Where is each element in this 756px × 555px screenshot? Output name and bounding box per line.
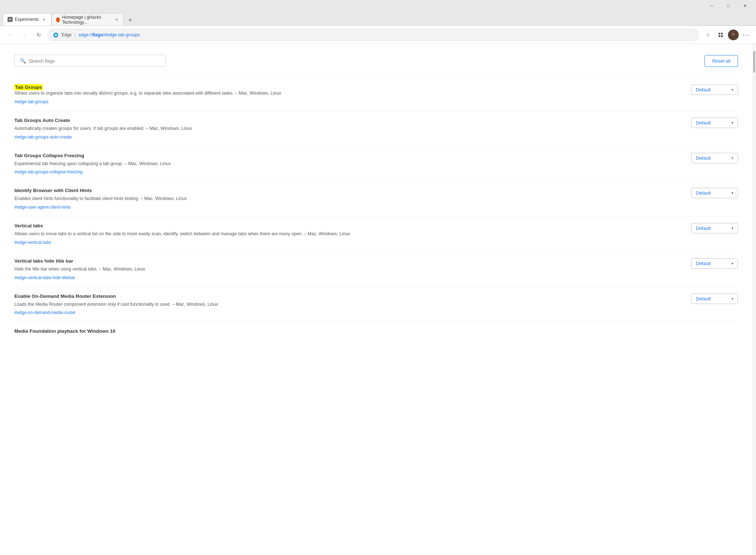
flag-link-tab-groups-collapse-freezing[interactable]: #edge-tab-groups-collapse-freezing (14, 169, 82, 174)
flag-info-partial: Media Foundation playback for Windows 10 (14, 328, 738, 336)
tab-ghacks-close[interactable]: ✕ (114, 17, 118, 23)
flag-item-tab-groups-auto-create: Tab Groups Auto Create Automatically cre… (14, 111, 738, 146)
chevron-down-icon-identify-browser-client-hints: ▾ (732, 191, 733, 195)
tab-experiments-close[interactable]: ✕ (41, 17, 47, 22)
flag-info-tab-groups-collapse-freezing: Tab Groups Collapse Freezing Experimenta… (14, 153, 677, 175)
flag-value-vertical-tabs-hide-titlebar: Default (696, 261, 711, 266)
flag-name-on-demand-media-router: Enable On-Demand Media Router Extension (14, 294, 677, 299)
flag-desc-on-demand-media-router: Loads the Media Router component extensi… (14, 301, 677, 308)
flag-info-tab-groups: Tab Groups Allows users to organize tabs… (14, 85, 677, 104)
flag-name-partial: Media Foundation playback for Windows 10 (14, 328, 738, 334)
flag-item-tab-groups-collapse-freezing: Tab Groups Collapse Freezing Experimenta… (14, 146, 738, 181)
flag-select-on-demand-media-router[interactable]: Default ▾ (691, 294, 738, 304)
favorites-button[interactable]: ☆ (702, 29, 714, 41)
collections-icon (718, 32, 724, 38)
flag-value-on-demand-media-router: Default (696, 296, 711, 301)
svg-rect-1 (719, 33, 720, 35)
addressbar: ← → ↻ Edge | edge://flags/#edge-tab-grou… (0, 26, 756, 44)
flag-link-vertical-tabs[interactable]: #edge-vertical-tabs (14, 240, 51, 245)
titlebar: ─ □ ✕ (0, 0, 756, 12)
flag-value-tab-groups-auto-create: Default (696, 120, 711, 126)
flag-control-tab-groups-auto-create: Default ▾ (691, 118, 738, 128)
tab-ghacks[interactable]: Homepage | gHacks Technology... ✕ (51, 13, 123, 26)
chevron-down-icon-tab-groups-collapse-freezing: ▾ (732, 156, 733, 160)
main-content: 🔍 Reset all Tab Groups Allows users to o… (0, 44, 752, 555)
flag-control-identify-browser-client-hints: Default ▾ (691, 188, 738, 198)
ghacks-favicon (56, 17, 60, 22)
forward-icon: → (22, 32, 27, 38)
tab-experiments[interactable]: Experiments ✕ (3, 13, 51, 26)
chevron-down-icon-vertical-tabs: ▾ (732, 226, 733, 230)
flag-link-tab-groups-auto-create[interactable]: #edge-tab-groups-auto-create (14, 135, 72, 140)
collections-button[interactable] (715, 29, 726, 41)
address-separator: | (75, 32, 76, 37)
flag-desc-tab-groups-auto-create: Automatically creates groups for users, … (14, 125, 677, 132)
scrollbar-thumb[interactable] (753, 51, 755, 73)
search-area: 🔍 Reset all (14, 55, 738, 67)
browser-content: 🔍 Reset all Tab Groups Allows users to o… (0, 44, 756, 555)
flag-desc-identify-browser-client-hints: Enables client hints functionality to fa… (14, 195, 677, 202)
edge-logo-icon (53, 32, 59, 38)
search-box[interactable]: 🔍 (14, 55, 166, 67)
flag-name-identify-browser-client-hints: Identify Browser with Client Hints (14, 188, 677, 193)
reset-all-button[interactable]: Reset all (705, 55, 738, 67)
flag-info-vertical-tabs-hide-titlebar: Vertical tabs hide title bar Hide the ti… (14, 258, 677, 280)
flag-link-on-demand-media-router[interactable]: #edge-on-demand-media-router (14, 310, 76, 315)
flag-link-tab-groups[interactable]: #edge-tab-groups (14, 99, 49, 104)
favorites-icon: ☆ (706, 32, 710, 38)
close-button[interactable]: ✕ (737, 0, 753, 12)
profile-button[interactable] (728, 29, 739, 40)
flag-select-tab-groups-collapse-freezing[interactable]: Default ▾ (691, 153, 738, 163)
search-input[interactable] (29, 58, 160, 64)
svg-rect-3 (719, 35, 720, 37)
flag-control-on-demand-media-router: Default ▾ (691, 294, 738, 304)
flag-control-vertical-tabs: Default ▾ (691, 223, 738, 233)
flag-value-tab-groups-collapse-freezing: Default (696, 155, 711, 161)
menu-button[interactable]: ⋯ (740, 29, 752, 41)
minimize-button[interactable]: ─ (703, 0, 720, 12)
flag-value-identify-browser-client-hints: Default (696, 190, 711, 196)
new-tab-button[interactable]: + (125, 15, 136, 26)
flag-name-vertical-tabs: Vertical tabs (14, 223, 677, 228)
menu-icon: ⋯ (743, 31, 750, 39)
tabbar: Experiments ✕ Homepage | gHacks Technolo… (0, 12, 756, 26)
flag-select-tab-groups-auto-create[interactable]: Default ▾ (691, 118, 738, 128)
refresh-icon: ↻ (37, 32, 41, 38)
flag-control-tab-groups: Default ▾ (691, 85, 738, 95)
flag-link-vertical-tabs-hide-titlebar[interactable]: #edge-vertical-tabs-hide-titlebar (14, 275, 75, 280)
chevron-down-icon-vertical-tabs-hide-titlebar: ▾ (732, 261, 733, 265)
edge-brand-label: Edge (62, 32, 72, 37)
svg-rect-4 (721, 35, 723, 37)
experiments-favicon (8, 17, 13, 22)
url-flags: flags (93, 32, 103, 37)
flag-item-tab-groups: Tab Groups Allows users to organize tabs… (14, 78, 738, 111)
toolbar-icons: ☆ ⋯ (702, 29, 752, 41)
chevron-down-icon-tab-groups-auto-create: ▾ (732, 121, 733, 125)
svg-point-5 (732, 33, 735, 36)
profile-avatar-icon (730, 31, 737, 38)
flag-desc-tab-groups-collapse-freezing: Experimental tab freezing upon collapsin… (14, 160, 677, 167)
address-bar[interactable]: Edge | edge://flags/#edge-tab-groups (48, 29, 699, 41)
url-prefix: edge:// (78, 32, 92, 37)
address-url: edge://flags/#edge-tab-groups (78, 32, 694, 37)
search-icon: 🔍 (20, 58, 26, 64)
forward-button[interactable]: → (19, 29, 30, 41)
flag-item-partial: Media Foundation playback for Windows 10 (14, 322, 738, 336)
scrollbar[interactable] (752, 44, 756, 555)
refresh-button[interactable]: ↻ (33, 29, 45, 41)
flag-select-tab-groups[interactable]: Default ▾ (691, 85, 738, 95)
back-icon: ← (8, 32, 13, 38)
flags-list: Tab Groups Allows users to organize tabs… (14, 78, 738, 322)
flag-select-vertical-tabs-hide-titlebar[interactable]: Default ▾ (691, 258, 738, 269)
flag-item-on-demand-media-router: Enable On-Demand Media Router Extension … (14, 287, 738, 322)
flag-select-identify-browser-client-hints[interactable]: Default ▾ (691, 188, 738, 198)
maximize-button[interactable]: □ (720, 0, 737, 12)
back-button[interactable]: ← (4, 29, 16, 41)
svg-rect-2 (721, 33, 723, 35)
flag-item-vertical-tabs-hide-titlebar: Vertical tabs hide title bar Hide the ti… (14, 251, 738, 287)
flag-select-vertical-tabs[interactable]: Default ▾ (691, 223, 738, 233)
tab-experiments-label: Experiments (15, 17, 39, 22)
flag-info-on-demand-media-router: Enable On-Demand Media Router Extension … (14, 294, 677, 315)
flag-value-tab-groups: Default (696, 87, 711, 92)
flag-link-identify-browser-client-hints[interactable]: #edge-user-agent-client-hints (14, 205, 71, 210)
